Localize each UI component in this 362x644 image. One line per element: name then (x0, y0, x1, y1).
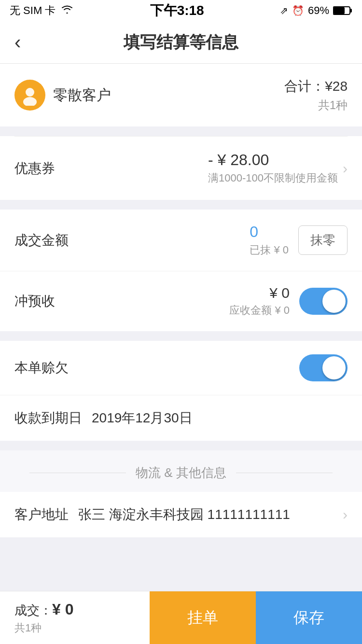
transaction-sub: 已抹 ¥ 0 (250, 243, 289, 257)
transaction-row: 成交金额 0 已抹 ¥ 0 抹零 (0, 210, 362, 271)
hold-button[interactable]: 挂单 (150, 591, 256, 644)
round-zero-button[interactable]: 抹零 (298, 225, 348, 255)
location-icon: ⇗ (280, 5, 288, 16)
address-label: 客户地址 (14, 505, 69, 524)
section-gap-1 (0, 200, 362, 210)
coupon-label: 优惠券 (14, 159, 55, 178)
customer-name: 零散客户 (53, 85, 111, 105)
status-bar-left: 无 SIM 卡 (10, 3, 74, 18)
logistics-divider: 物流 & 其他信息 (14, 464, 348, 481)
logistics-header: 物流 & 其他信息 (0, 450, 362, 492)
bottom-deal-amount: ¥ 0 (52, 601, 73, 618)
transaction-section: 成交金额 0 已抹 ¥ 0 抹零 冲预收 ¥ 0 应收金额 ¥ 0 (0, 210, 362, 331)
prereceive-toggle[interactable] (299, 288, 348, 315)
save-button[interactable]: 保存 (256, 591, 362, 644)
nav-bar: ‹ 填写结算等信息 (0, 21, 362, 64)
debt-row: 本单赊欠 (0, 341, 362, 395)
coupon-section: 优惠券 - ¥ 28.00 满1000-100不限制使用金额 › (0, 136, 362, 200)
bottom-deal-row: 成交：¥ 0 (14, 601, 135, 619)
prereceive-sub: 应收金额 ¥ 0 (229, 303, 290, 318)
customer-left: 零散客户 (14, 80, 111, 111)
coupon-amount: - ¥ 28.00 (208, 151, 338, 169)
svg-point-3 (26, 88, 34, 97)
transaction-right: 0 已抹 ¥ 0 抹零 (250, 223, 348, 257)
address-section: 客户地址 张三 海淀永丰科技园 11111111111 › (0, 492, 362, 537)
address-chevron: › (343, 506, 348, 523)
debt-toggle-circle (322, 356, 346, 379)
svg-rect-2 (350, 9, 352, 13)
prereceive-row: 冲预收 ¥ 0 应收金额 ¥ 0 (0, 271, 362, 331)
customer-row: 零散客户 合计：¥28 共1种 (0, 64, 362, 126)
coupon-row[interactable]: 优惠券 - ¥ 28.00 满1000-100不限制使用金额 › (0, 137, 362, 200)
debt-label: 本单赊欠 (14, 359, 69, 377)
logistics-title: 物流 & 其他信息 (136, 464, 226, 481)
address-value: 张三 海淀永丰科技园 11111111111 (78, 505, 343, 524)
section-gap-2 (0, 331, 362, 341)
section-gap-3 (0, 441, 362, 450)
prereceive-right: ¥ 0 应收金额 ¥ 0 (229, 285, 348, 318)
bottom-bar: 成交：¥ 0 共1种 挂单 保存 (0, 591, 362, 644)
debt-section: 本单赊欠 收款到期日 2019年12月30日 (0, 341, 362, 441)
coupon-desc: 满1000-100不限制使用金额 (208, 171, 338, 185)
coupon-chevron: › (343, 160, 348, 177)
address-row[interactable]: 客户地址 张三 海淀永丰科技园 11111111111 › (0, 492, 362, 537)
transaction-label: 成交金额 (14, 231, 69, 250)
customer-right: 合计：¥28 共1种 (284, 77, 348, 113)
customer-count: 共1种 (284, 98, 348, 113)
duedate-row: 收款到期日 2019年12月30日 (0, 395, 362, 441)
back-button[interactable]: ‹ (14, 31, 21, 53)
toggle-circle (322, 290, 346, 313)
bottom-count: 共1种 (14, 621, 135, 635)
customer-avatar (14, 80, 45, 111)
duedate-label: 收款到期日 (14, 409, 82, 427)
prereceive-amount-block: ¥ 0 应收金额 ¥ 0 (229, 285, 290, 318)
svg-rect-1 (334, 7, 345, 14)
debt-toggle[interactable] (299, 354, 348, 381)
content-area: 零散客户 合计：¥28 共1种 优惠券 - ¥ 28.00 满1000-100不… (0, 64, 362, 644)
status-bar-time: 下午3:18 (150, 1, 204, 20)
wifi-icon (60, 4, 74, 17)
coupon-right: - ¥ 28.00 满1000-100不限制使用金额 › (208, 151, 348, 185)
sim-status: 无 SIM 卡 (10, 3, 56, 18)
customer-section: 零散客户 合计：¥28 共1种 (0, 64, 362, 126)
bottom-deal-label: 成交： (14, 603, 52, 617)
status-bar-right: ⇗ ⏰ 69% (280, 4, 352, 17)
svg-point-4 (23, 97, 37, 106)
duedate-value: 2019年12月30日 (92, 409, 193, 427)
battery-text: 69% (308, 4, 329, 17)
page-title: 填写结算等信息 (124, 31, 238, 54)
alarm-icon: ⏰ (292, 5, 304, 16)
bottom-info: 成交：¥ 0 共1种 (0, 601, 150, 635)
customer-total: 合计：¥28 (284, 77, 348, 96)
transaction-amount: 0 (250, 223, 289, 241)
battery-icon (333, 6, 352, 15)
prereceive-amount: ¥ 0 (229, 285, 290, 301)
status-bar: 无 SIM 卡 下午3:18 ⇗ ⏰ 69% (0, 0, 362, 21)
prereceive-label: 冲预收 (14, 292, 55, 310)
